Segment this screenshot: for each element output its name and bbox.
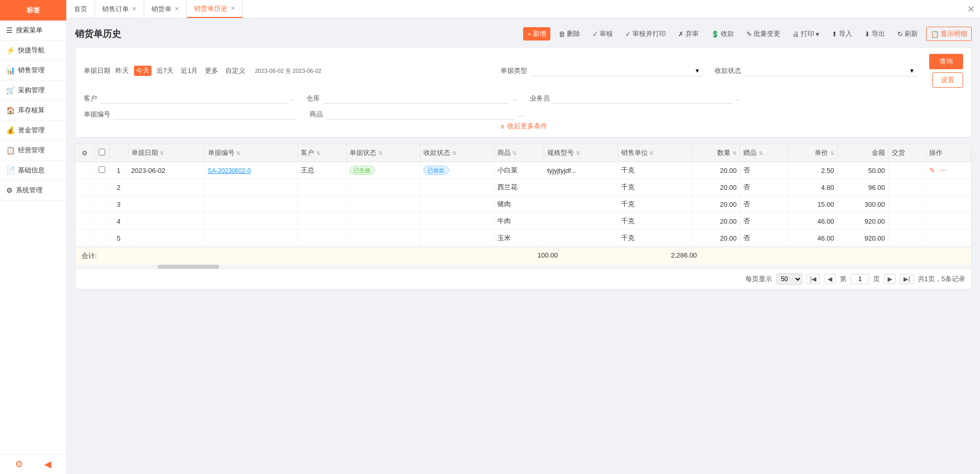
prev-page-btn[interactable]: ◀ [824,274,836,284]
col-settings-header[interactable]: ⚙ [75,144,94,162]
sidebar-item-system-mgmt[interactable]: ⚙ 系统管理 [0,181,66,201]
sidebar-item-finance-mgmt[interactable]: 💰 资金管理 [0,121,66,141]
row-doc-no-cell[interactable]: SA-20230602-0 [204,162,298,179]
col-unit-price-header[interactable]: 单价 ⇅ [789,144,837,162]
col-gift-header[interactable]: 赠品 ⇅ [740,144,789,162]
sidebar-item-quick-nav[interactable]: ⚡ 快捷导航 [0,41,66,61]
more-action-icon[interactable]: ⋯ [939,166,947,174]
sidebar-item-basic-info[interactable]: 📄 基础信息 [0,161,66,181]
purchase-mgmt-icon: 🛒 [6,86,15,94]
horizontal-scrollbar[interactable] [75,265,971,269]
next-page-btn[interactable]: ▶ [884,274,896,284]
sidebar-item-label: 快捷导航 [18,46,45,55]
row-doc-no-cell[interactable] [204,230,298,247]
customer-ellipsis-btn[interactable]: ... [290,95,294,102]
filter-salesperson-input[interactable] [553,93,733,104]
col-doc-no-header[interactable]: 单据编号 ⇅ [204,144,298,162]
batch-change-button[interactable]: ✎ 批量变更 [742,27,784,41]
row-qty-cell: 20.00 [691,230,740,247]
tab-sales-goods-close[interactable]: ✕ [175,6,179,12]
per-page-select[interactable]: 50 100 200 [776,273,802,285]
refresh-button[interactable]: ↻ 刷新 [893,27,922,41]
export-button[interactable]: ⬇ 导出 [860,27,889,41]
last-page-btn[interactable]: ▶| [900,274,913,284]
filter-goods-input[interactable] [326,109,515,120]
filter-collapse-btn[interactable]: ∧ 收起更多条件 [84,120,963,131]
row-checkbox-cell[interactable] [94,162,109,179]
col-spec-header[interactable]: 规格型号 ⇅ [544,144,618,162]
shortcut-today[interactable]: 今天 [134,66,151,76]
row-doc-no-cell[interactable] [204,196,298,213]
filter-warehouse-input[interactable] [323,93,509,104]
show-detail-button[interactable]: 📋 显示明细 [926,27,972,41]
col-doc-date-header[interactable]: 单据日期 ⇅ [128,144,204,162]
collect-button[interactable]: 💲 收款 [707,27,738,41]
col-doc-status-header[interactable]: 单据状态 ⇅ [347,144,420,162]
sidebar-item-purchase-mgmt[interactable]: 🛒 采购管理 [0,81,66,101]
tab-sales-history-close[interactable]: ✕ [230,5,235,12]
filter-doc-type-select[interactable]: ▾ [530,65,703,76]
shortcut-yesterday[interactable]: 昨天 [113,66,131,76]
row-checkbox-cell[interactable] [94,230,109,247]
row-exchange-cell [888,179,926,196]
salesperson-ellipsis-btn[interactable]: ... [736,95,740,102]
sidebar-item-search-menu[interactable]: ☰ 搜索菜单 [0,21,66,41]
col-checkbox-header[interactable] [94,144,109,162]
col-unit-header[interactable]: 销售单位 ⇅ [618,144,691,162]
toolbar: + 新增 🗑 删除 ✓ 审核 ✓ 审核并打印 ✗ 弃审 [523,27,972,41]
sidebar-settings-icon[interactable]: ⚙ [15,459,23,470]
page-number-input[interactable] [851,274,869,284]
row-checkbox-cell[interactable] [94,179,109,196]
col-qty-header[interactable]: 数量 ⇅ [691,144,740,162]
col-goods-header[interactable]: 商品 ⇅ [494,144,544,162]
sidebar-item-ops-mgmt[interactable]: 📋 经营管理 [0,141,66,161]
shortcut-custom[interactable]: 自定义 [223,66,247,76]
filter-customer-input[interactable] [100,93,286,104]
shortcut-7days[interactable]: 近7天 [155,66,176,76]
import-button[interactable]: ⬆ 导入 [828,27,856,41]
warehouse-ellipsis-btn[interactable]: ... [512,95,517,102]
col-customer-header[interactable]: 客户 ⇅ [298,144,347,162]
select-all-checkbox[interactable] [99,149,105,155]
tab-sales-order[interactable]: 销售订单 ✕ [95,0,144,18]
sidebar-collapse-icon[interactable]: ◀ [44,459,51,470]
audit-button[interactable]: ✓ 审核 [588,27,617,41]
new-button[interactable]: + 新增 [523,27,550,41]
audit-print-button[interactable]: ✓ 审核并打印 [621,27,670,41]
row-checkbox-cell[interactable] [94,196,109,213]
close-all-tabs-button[interactable]: ✕ [962,4,980,15]
tab-sales-order-close[interactable]: ✕ [132,6,137,12]
first-page-btn[interactable]: |◀ [806,274,820,284]
row-checkbox-cell[interactable] [94,213,109,230]
edit-action-icon[interactable]: ✎ [929,166,935,174]
print-button[interactable]: 🖨 打印 ▾ [789,27,823,41]
row-checkbox[interactable] [99,166,105,173]
scrollbar-thumb[interactable] [158,265,219,269]
tab-sales-history[interactable]: 销货单历史 ✕ [187,0,243,18]
sidebar-item-sales-mgmt[interactable]: 📊 销售管理 [0,61,66,81]
row-exchange-cell [888,230,926,247]
goods-ellipsis-btn[interactable]: ... [518,111,523,117]
filter-row-1: 单据日期 昨天 今天 近7天 近1月 更多 自定义 2023-06-02 至 2… [84,54,963,88]
sidebar-item-inventory-calc[interactable]: 🏠 库存核算 [0,101,66,121]
col-pay-status-header[interactable]: 收款状态 ⇅ [420,144,494,162]
col-amount-header[interactable]: 金额 [837,144,888,162]
system-mgmt-icon: ⚙ [6,186,13,194]
doc-no-link[interactable]: SA-20230602-0 [208,167,251,174]
filter-doc-no-input[interactable] [113,109,297,120]
query-button[interactable]: 查询 [929,54,963,69]
table-row: 3 猪肉 千克 20.00 否 15.00 300.00 [75,196,971,213]
filter-pay-status-select[interactable]: ▾ [744,65,917,76]
delete-button[interactable]: 🗑 删除 [554,27,584,41]
col-exchange-header[interactable]: 交货 [888,144,926,162]
filter-settings-button[interactable]: 设置 [932,72,963,88]
row-doc-no-cell[interactable] [204,179,298,196]
tab-home[interactable]: 首页 [67,0,95,18]
tab-sales-goods[interactable]: 销货单 ✕ [144,0,187,18]
abandon-button[interactable]: ✗ 弃审 [674,27,703,41]
row-goods-cell: 西兰花 [494,179,544,196]
row-doc-no-cell[interactable] [204,213,298,230]
shortcut-1month[interactable]: 近1月 [179,66,200,76]
filter-row-2: 客户 ... 仓库 ... 业务员 ... [84,93,963,104]
shortcut-more[interactable]: 更多 [203,66,220,76]
